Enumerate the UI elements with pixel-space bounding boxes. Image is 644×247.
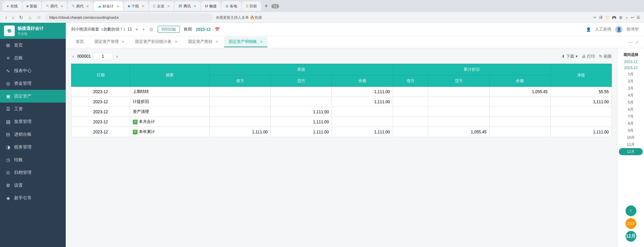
period-month-11[interactable]: 11月 [618, 141, 644, 148]
app-tabs: 首页 固定资产管理 ✕ 固定资产折旧统计表 ✕ 固定资产类别 ✕ 固定资产明细账… [66, 36, 644, 48]
sidebar-item-closing[interactable]: ◷ 结账 [0, 153, 66, 166]
maximize-window-icon[interactable]: ⤢ [635, 40, 639, 45]
sidebar-item-invoice[interactable]: ▤ 发票管理 [0, 115, 66, 128]
translate-icon[interactable]: 译 [599, 15, 603, 20]
period-year-start[interactable]: 2023.12 [618, 59, 644, 65]
period-month-7[interactable]: 7月 [618, 113, 644, 120]
period-month-2[interactable]: 2月 [618, 78, 644, 85]
tab-close-icon[interactable]: ✕ [167, 4, 170, 8]
account-dropdown-icon[interactable]: ▾ [136, 27, 138, 32]
browser-tab-geshui[interactable]: ■ 个税 ✕ [124, 1, 148, 11]
browser-tab-muqian[interactable]: S 目前 [242, 1, 261, 11]
tab-asset-category[interactable]: 固定资产类别 ✕ [183, 37, 223, 47]
sidebar-item-salary[interactable]: ☰ 工资 [0, 103, 66, 115]
download-label: 下载 [566, 54, 574, 59]
grid-icon[interactable]: ⊞ [619, 15, 622, 20]
tab-close-icon[interactable]: ✕ [122, 40, 124, 44]
table-row: 2023-12 上期结转 1,111.00 1,055.45 55.55 [71, 87, 612, 97]
browser-tab-qiye[interactable]: C 企业 ✕ [149, 1, 174, 11]
period-month-6[interactable]: 6月 [618, 106, 644, 113]
shield-icon[interactable]: 🛡 [605, 15, 609, 19]
period-month-9[interactable]: 9月 [618, 127, 644, 134]
address-input[interactable] [45, 13, 213, 21]
brightness-icon[interactable]: ☼ [625, 15, 628, 19]
tab-depreciation-statistics[interactable]: 固定资产折旧统计表 ✕ [130, 37, 182, 47]
tab-asset-detail-ledger[interactable]: 固定资产明细账 ✕ [224, 37, 267, 47]
period-year-end[interactable]: 2023.12 [618, 65, 644, 71]
tab-close-icon[interactable]: ✕ [215, 40, 218, 44]
sidebar-item-purchase-sales[interactable]: ⊟ 进销台账 [0, 128, 66, 141]
refresh-button[interactable]: ↻ [18, 14, 24, 21]
bookmark-button[interactable]: ☆ [36, 14, 43, 21]
tab-close-icon[interactable]: ✕ [260, 40, 263, 44]
browser-tab-haokuaiji[interactable]: ☁ 好会计 ✕ [94, 1, 123, 11]
calendar-icon[interactable]: 📅 [215, 27, 220, 32]
home-button[interactable]: ⌂ [27, 14, 33, 21]
period-month-8[interactable]: 8月 [618, 120, 644, 127]
page-input[interactable] [93, 52, 113, 60]
cell-net-value: 1,111.00 [550, 127, 611, 137]
sidebar-item-fund-management[interactable]: ◎ 资金管理 [0, 77, 66, 90]
download-button[interactable]: ⬇ 下载 ▾ [561, 54, 578, 59]
settings-button[interactable]: ⚙ [149, 27, 154, 32]
tab-close-icon[interactable]: ✕ [60, 4, 63, 8]
sidebar-item-general-ledger[interactable]: ≡ 总账 [0, 52, 66, 64]
tab-fixed-assets-management[interactable]: 固定资产管理 ✕ [90, 37, 129, 47]
sidebar-item-settings[interactable]: ⚙ 设置 [0, 179, 66, 192]
period-month-3[interactable]: 3月 [618, 85, 644, 92]
tab-close-icon[interactable]: ✕ [175, 40, 177, 44]
cell-net-value: 1,111.00 [550, 97, 611, 107]
forward-button[interactable]: › [11, 14, 15, 21]
month-active-badge[interactable]: 12月 [626, 231, 636, 242]
tab-close-icon[interactable]: ✕ [194, 4, 196, 8]
header-right: 👤 人工咨询 👤 徐泽华 [586, 26, 639, 33]
tab-home[interactable]: 首页 [71, 37, 89, 47]
browser-tab-online[interactable]: ● 在线 [3, 1, 22, 11]
menu-icon[interactable]: ☰ [637, 15, 640, 20]
new-tab-button[interactable]: + [262, 3, 271, 10]
tab-close-icon[interactable]: ✕ [116, 4, 119, 8]
print-button[interactable]: 🖨 打印 [582, 54, 595, 59]
cell-orig-balance [332, 117, 393, 127]
refresh-icon: ↻ [599, 54, 602, 59]
cut-icon[interactable]: ✂ [593, 15, 596, 20]
period-month-12[interactable]: 12月 [619, 148, 643, 155]
period-month-10[interactable]: 10月 [618, 134, 644, 141]
switch-version-button[interactable]: 切到旧版 [158, 26, 180, 33]
tab-close-icon[interactable]: ✕ [86, 4, 89, 8]
prev-page-button[interactable]: ‹ [71, 53, 75, 60]
year-badge[interactable]: 2023 [626, 218, 636, 229]
period-month-5[interactable]: 5月 [618, 99, 644, 106]
browser-tab-yidai1[interactable]: ✎ 易代 ✕ [42, 1, 67, 11]
add-account-button[interactable]: + [142, 26, 145, 33]
next-page-button[interactable]: › [115, 53, 119, 60]
tab-close-icon[interactable]: ✕ [142, 4, 144, 8]
sidebar-item-tax[interactable]: ◑ 税务管理 [0, 141, 66, 153]
pagination: ‹ 000001 › [71, 52, 119, 60]
browser-tab-tengxun[interactable]: 腾 腾讯 ✕ [174, 1, 200, 11]
browser-tab-yidai2[interactable]: ✎ 易代 ✕ [68, 1, 93, 11]
assets-icon: ▣ [5, 94, 11, 99]
sidebar-item-archive[interactable]: ⊙ 归档管理 [0, 166, 66, 179]
sidebar-item-home[interactable]: ⊞ 首页 [0, 39, 66, 52]
refresh-button[interactable]: ↻ 刷新 [599, 54, 612, 59]
browser-tab-changjie[interactable]: M 畅捷 [201, 1, 221, 11]
tab-label: 畅捷 [209, 4, 217, 9]
minimize-window-icon[interactable]: — [629, 40, 633, 45]
service-button[interactable]: 人工咨询 [595, 26, 611, 32]
tax-icon: ◑ [5, 144, 11, 150]
period-month-1[interactable]: 1月 [618, 71, 644, 78]
period-month-4[interactable]: 4月 [618, 92, 644, 99]
scroll-top-button[interactable]: ↑ [626, 205, 636, 216]
sidebar-item-beginner[interactable]: ◈ 新手引导 [0, 192, 66, 204]
sidebar-item-report-center[interactable]: ∿ 报表中心 [0, 64, 66, 77]
back-button[interactable]: ‹ [4, 14, 8, 21]
browser-tab-gedi[interactable]: ⊞ 各地 [221, 1, 241, 11]
print-icon: 🖨 [582, 54, 586, 59]
download-dropdown-icon[interactable]: ▾ [576, 54, 578, 59]
sidebar-item-fixed-assets[interactable]: ▣ 固定资产 [0, 90, 66, 103]
game-icon[interactable]: 🎮 [612, 15, 616, 20]
tab-bar: ● 在线 ■ 新版 ✎ 易代 ✕ ✎ 易代 ✕ ☁ 好会计 ✕ ■ 个税 ✕ C [0, 0, 644, 12]
undo-icon[interactable]: ↩ [631, 15, 634, 20]
browser-tab-new[interactable]: ■ 新版 [22, 1, 42, 11]
